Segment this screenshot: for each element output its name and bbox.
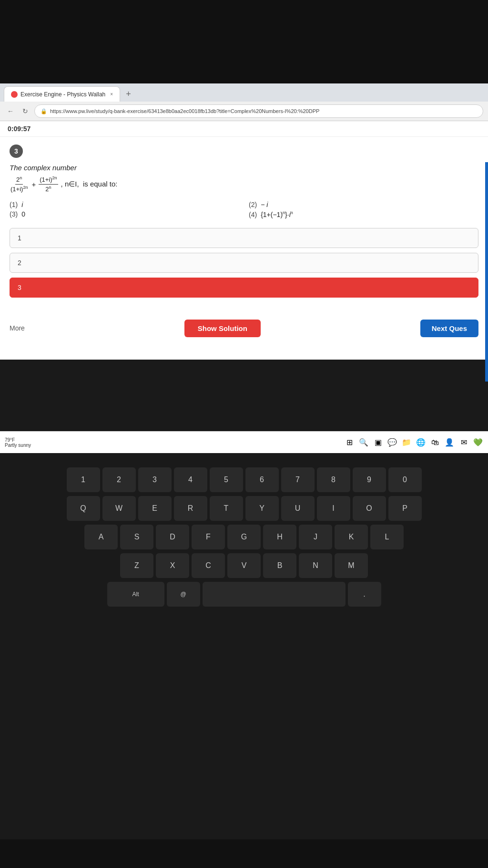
- key-n[interactable]: N: [299, 553, 332, 578]
- answer-box-1-label: 1: [18, 234, 21, 242]
- next-question-button[interactable]: Next Ques: [420, 320, 478, 337]
- key-alt[interactable]: Alt: [107, 582, 164, 607]
- key-h[interactable]: H: [263, 525, 296, 549]
- browser-chrome: Exercise Engine - Physics Wallah × + ← ↻…: [0, 83, 488, 121]
- key-e[interactable]: E: [138, 496, 172, 521]
- key-w[interactable]: W: [102, 496, 136, 521]
- answer-box-2[interactable]: 2: [10, 253, 478, 273]
- page-content: 0:09:57 3 The complex number 2n (1+i)2n …: [0, 121, 488, 360]
- key-4[interactable]: 4: [174, 467, 207, 492]
- key-8[interactable]: 8: [317, 467, 350, 492]
- search-icon[interactable]: 🔍: [358, 437, 369, 448]
- key-j[interactable]: J: [299, 525, 332, 549]
- avatar-icon[interactable]: 👤: [444, 437, 455, 448]
- question-area: 3 The complex number 2n (1+i)2n + (1+i)2…: [0, 137, 488, 315]
- key-9[interactable]: 9: [353, 467, 386, 492]
- tab-favicon: [11, 91, 18, 98]
- plus-sign: +: [31, 180, 36, 188]
- key-at[interactable]: @: [167, 582, 200, 607]
- keyboard-area: 1 2 3 4 5 6 7 8 9 0 Q W E R T Y U I O P …: [0, 453, 488, 868]
- taskbar: 79°F Partly sunny ⊞ 🔍 ▣ 💬 📁 🌐 🛍 👤 ✉ 💚: [0, 431, 488, 453]
- mail-icon[interactable]: ✉: [458, 437, 469, 448]
- key-6[interactable]: 6: [245, 467, 279, 492]
- option-3-value: 0: [21, 210, 25, 218]
- key-s[interactable]: S: [120, 525, 153, 549]
- back-button[interactable]: ←: [5, 106, 16, 116]
- key-2[interactable]: 2: [102, 467, 136, 492]
- more-button[interactable]: More: [10, 324, 25, 332]
- active-tab[interactable]: Exercise Engine - Physics Wallah ×: [4, 86, 120, 102]
- timer-display: 0:09:57: [8, 125, 30, 133]
- key-t[interactable]: T: [210, 496, 243, 521]
- browser-icon[interactable]: 🌐: [416, 437, 426, 448]
- option-4: (4) {1+(−1)n}·in: [249, 210, 478, 218]
- reload-button[interactable]: ↻: [20, 106, 30, 116]
- option-4-value: {1+(−1)n}·in: [261, 210, 293, 218]
- key-c[interactable]: C: [192, 553, 225, 578]
- taskbar-icons: ⊞ 🔍 ▣ 💬 📁 🌐 🛍 👤 ✉ 💚: [344, 437, 483, 448]
- key-v[interactable]: V: [227, 553, 261, 578]
- option-3: (3) 0: [10, 210, 239, 218]
- key-m[interactable]: M: [335, 553, 368, 578]
- timer-row: 0:09:57: [0, 121, 488, 137]
- option-2-value: − i: [261, 201, 268, 208]
- tab-label: Exercise Engine - Physics Wallah: [20, 91, 105, 98]
- progress-indicator: [485, 162, 488, 382]
- laptop-top-bezel: [0, 0, 488, 83]
- answer-box-3-label: 3: [18, 284, 21, 291]
- key-r[interactable]: R: [174, 496, 207, 521]
- key-d[interactable]: D: [156, 525, 189, 549]
- key-q[interactable]: Q: [67, 496, 100, 521]
- lock-icon: 🔒: [41, 108, 47, 114]
- key-z[interactable]: Z: [120, 553, 153, 578]
- keyboard-row-q: Q W E R T Y U I O P: [0, 496, 488, 521]
- keyboard-row-a: A S D F G H J K L: [0, 525, 488, 549]
- key-f[interactable]: F: [192, 525, 225, 549]
- key-3[interactable]: 3: [138, 467, 172, 492]
- key-b[interactable]: B: [263, 553, 296, 578]
- key-1[interactable]: 1: [67, 467, 100, 492]
- keyboard-row-bottom: Alt @ .: [0, 582, 488, 607]
- key-l[interactable]: L: [370, 525, 404, 549]
- keyboard-row-numbers: 1 2 3 4 5 6 7 8 9 0: [0, 467, 488, 492]
- messaging-icon[interactable]: 💚: [473, 437, 483, 448]
- answer-box-1[interactable]: 1: [10, 228, 478, 248]
- key-y[interactable]: Y: [245, 496, 279, 521]
- laptop-bottom-bezel: [0, 839, 488, 868]
- question-intro-text: The complex number: [10, 164, 478, 172]
- key-0[interactable]: 0: [388, 467, 422, 492]
- bottom-buttons: More Show Solution Next Ques: [0, 315, 488, 342]
- keyboard-row-z: Z X C V B N M: [0, 553, 488, 578]
- key-period[interactable]: .: [348, 582, 381, 607]
- key-x[interactable]: X: [156, 553, 189, 578]
- folder-icon[interactable]: 📁: [401, 437, 412, 448]
- question-number-badge: 3: [10, 145, 23, 158]
- key-k[interactable]: K: [335, 525, 368, 549]
- key-5[interactable]: 5: [210, 467, 243, 492]
- key-space[interactable]: [203, 582, 346, 607]
- math-formula: 2n (1+i)2n + (1+i)2n 2n , n∈I, is equal …: [10, 176, 478, 193]
- key-i[interactable]: I: [317, 496, 350, 521]
- chat-icon[interactable]: 💬: [387, 437, 397, 448]
- key-p[interactable]: P: [388, 496, 422, 521]
- option-2: (2) − i: [249, 201, 478, 208]
- address-bar-row: ← ↻ 🔒 https://www.pw.live/study/q-bank-e…: [0, 102, 488, 121]
- key-7[interactable]: 7: [281, 467, 315, 492]
- key-u[interactable]: U: [281, 496, 315, 521]
- answer-box-3[interactable]: 3: [10, 278, 478, 298]
- taskview-icon[interactable]: ▣: [373, 437, 383, 448]
- option-1-value: i: [21, 201, 23, 208]
- key-g[interactable]: G: [227, 525, 261, 549]
- key-o[interactable]: O: [353, 496, 386, 521]
- url-text: https://www.pw.live/study/q-bank-exercis…: [50, 108, 319, 114]
- key-a[interactable]: A: [84, 525, 118, 549]
- tab-close-icon[interactable]: ×: [110, 92, 113, 97]
- answer-options: 1 2 3: [10, 228, 478, 298]
- show-solution-button[interactable]: Show Solution: [184, 320, 261, 337]
- option-1: (1) i: [10, 201, 239, 208]
- windows-icon[interactable]: ⊞: [344, 437, 355, 448]
- weather-temp: 79°F: [5, 437, 31, 443]
- new-tab-button[interactable]: +: [123, 89, 134, 99]
- store-icon[interactable]: 🛍: [430, 437, 440, 448]
- address-bar[interactable]: 🔒 https://www.pw.live/study/q-bank-exerc…: [34, 104, 483, 118]
